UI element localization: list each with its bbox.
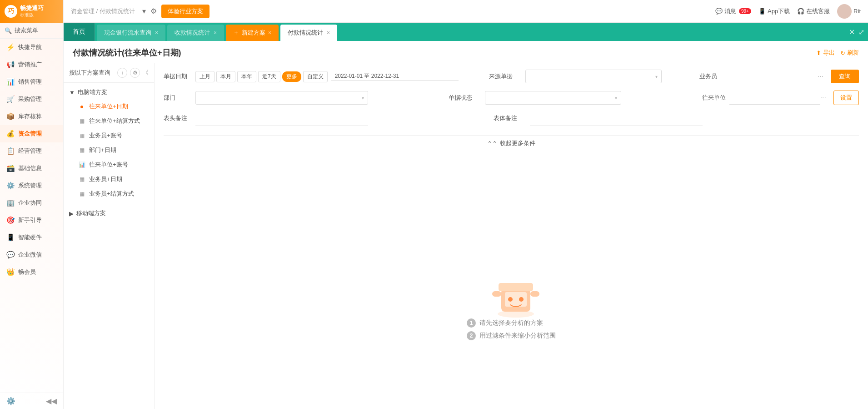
sidebar-item-system[interactable]: ⚙️ 系统管理 [0,177,63,194]
scheme-item-staff-settlement[interactable]: ▦ 业务员+结算方式 [64,187,154,201]
date-btn-last-month[interactable]: 上月 [195,71,215,82]
body-note-input[interactable] [530,112,703,126]
sidebar-nav: ⚡ 快捷导航 📢 营销推广 📊 销售管理 🛒 采购管理 📦 库存核算 💰 资金管… [0,39,63,393]
settings-scheme-btn[interactable]: ⚙ [130,68,140,78]
svg-rect-6 [492,291,501,297]
sidebar-item-purchase[interactable]: 🛒 采购管理 [0,91,63,108]
sidebar-item-label: 系统管理 [18,182,42,190]
app-download-btn[interactable]: 📱 App下载 [758,7,790,15]
sidebar-item-enterprise[interactable]: 🏢 企业协同 [0,194,63,212]
sidebar-item-guide[interactable]: 🎯 新手引导 [0,212,63,229]
body-note-label: 表体备注 [494,112,530,122]
status-select[interactable]: ▾ [485,91,621,105]
settings-btn[interactable]: 设置 [833,91,859,105]
tab-new-scheme[interactable]: ＋ 新建方案 × [226,25,279,41]
scheme-label-partner-date: 往来单位+日期 [89,102,128,111]
scheme-icon-dept-date: ▦ [78,146,85,154]
tab-home-label: 首页 [73,28,85,36]
scheme-item-staff-date[interactable]: ▦ 业务员+日期 [64,172,154,187]
search-icon: 🔍 [5,27,12,34]
scheme-item-staff-account[interactable]: ▦ 业务员+账号 [64,128,154,143]
staff-input[interactable] [727,70,818,83]
desktop-arrow-icon: ▼ [69,89,75,96]
sidebar-item-member[interactable]: 👑 畅会员 [0,263,63,281]
partner-input[interactable] [729,91,820,105]
filter-area: 单据日期 上月 本月 本年 近7天 更多 自定义 2022-01-01 至 20… [155,63,868,200]
marketing-icon: 📢 [6,61,15,69]
date-btn-this-year[interactable]: 本年 [237,71,256,82]
filter-row-2: 部门 ▾ 单据状态 ▾ 往来单位 [164,91,859,105]
refresh-btn[interactable]: ↻ 刷新 [840,49,859,57]
sidebar-item-finance[interactable]: 💰 资金管理 [0,125,63,142]
desktop-section-title[interactable]: ▼ 电脑端方案 [64,86,154,99]
collapse-conditions-btn[interactable]: ⌃⌃ 收起更多条件 [164,135,859,151]
messages-btn[interactable]: 💬 消息 99+ [715,7,751,15]
scheme-item-dept-date[interactable]: ▦ 部门+日期 [64,143,154,157]
tab-new-scheme-close[interactable]: × [268,30,271,36]
search-menu[interactable]: 🔍 搜索菜单 [0,23,63,39]
partner-dots[interactable]: ··· [820,94,826,102]
date-btn-more[interactable]: 更多 [282,71,301,82]
scheme-item-partner-date[interactable]: ● 往来单位+日期 [64,99,154,114]
topbar-dropdown-icon[interactable]: ▾ [142,7,146,15]
scheme-item-partner-settlement[interactable]: ▦ 往来单位+结算方式 [64,114,154,128]
tabbar-close-btn[interactable]: ✕ [849,28,855,36]
sidebar-item-operation[interactable]: 📋 经营管理 [0,142,63,160]
operation-icon: 📋 [6,147,15,155]
tab-bank-close[interactable]: × [155,30,158,36]
add-scheme-btn[interactable]: ＋ [117,68,127,78]
export-btn[interactable]: ⬆ 导出 [816,49,835,57]
sidebar-collapse-icon[interactable]: ◀◀ [46,397,57,405]
scheme-item-partner-account[interactable]: 📊 往来单位+账号 [64,157,154,172]
tab-receipts-close[interactable]: × [214,30,217,36]
tab-new-scheme-label: 新建方案 [242,29,265,37]
search-label: 搜索菜单 [15,26,38,35]
empty-hint-1-text: 请先选择要分析的方案 [479,319,543,327]
industry-btn[interactable]: 体验行业方案 [161,5,210,18]
sidebar-item-inventory[interactable]: 📦 库存核算 [0,108,63,125]
date-btn-custom[interactable]: 自定义 [303,71,328,82]
sidebar-item-label: 销售管理 [18,78,42,86]
collapse-label: 收起更多条件 [500,139,535,147]
dept-select[interactable]: ▾ [195,91,368,105]
app-icon: 📱 [758,8,766,15]
tab-home[interactable]: 首页 [64,23,95,41]
mobile-section-title[interactable]: ▶ 移动端方案 [64,207,154,220]
source-select[interactable]: ▾ [525,70,662,83]
scheme-icon-partner-account: 📊 [78,161,85,168]
tab-payments-close[interactable]: × [327,30,330,36]
sidebar-item-marketing[interactable]: 📢 营销推广 [0,56,63,73]
new-scheme-icon: ＋ [233,29,239,37]
export-label: 导出 [823,49,835,57]
sidebar-item-hardware[interactable]: 📱 智能硬件 [0,229,63,246]
online-service-btn[interactable]: 🎧 在线客服 [797,7,830,15]
header-note-input[interactable] [195,112,368,126]
sidebar-settings-icon[interactable]: ⚙️ [6,397,15,405]
sidebar-item-label: 企业协同 [18,199,42,207]
date-btn-this-month[interactable]: 本月 [216,71,235,82]
user-avatar-btn[interactable]: Rit [837,4,861,19]
sidebar-item-wechat[interactable]: 💬 企业微信 [0,246,63,263]
sidebar-item-basic[interactable]: 🗃️ 基础信息 [0,160,63,177]
staff-dots[interactable]: ··· [818,72,823,81]
tab-bank[interactable]: 现金银行流水查询 × [97,25,165,41]
date-btn-7days[interactable]: 近7天 [258,71,280,82]
tab-receipts[interactable]: 收款情况统计 × [167,25,224,41]
collapse-scheme-btn[interactable]: 《 [143,69,149,77]
topbar-settings-icon[interactable]: ⚙ [150,7,157,15]
breadcrumb-text: 资金管理 / 付款情况统计 [71,7,135,15]
collapse-up-icon: ⌃⌃ [487,140,497,147]
tabbar-expand-btn[interactable]: ⤢ [858,28,864,36]
topbar: 资金管理 / 付款情况统计 ▾ ⚙ 体验行业方案 💬 消息 99+ 📱 App下… [64,0,868,23]
sidebar-item-label: 基础信息 [18,164,42,172]
sidebar-item-quick-nav[interactable]: ⚡ 快捷导航 [0,39,63,56]
sidebar-item-label: 快捷导航 [18,43,42,51]
sidebar-item-label: 资金管理 [18,130,42,138]
svg-rect-7 [530,291,539,297]
tab-payments[interactable]: 付款情况统计 × [280,25,337,41]
mobile-arrow-icon: ▶ [69,210,74,217]
tab-payments-label: 付款情况统计 [288,29,323,37]
query-btn[interactable]: 查询 [831,70,859,83]
sidebar-item-label: 营销推广 [18,61,42,69]
sidebar-item-sales[interactable]: 📊 销售管理 [0,73,63,91]
